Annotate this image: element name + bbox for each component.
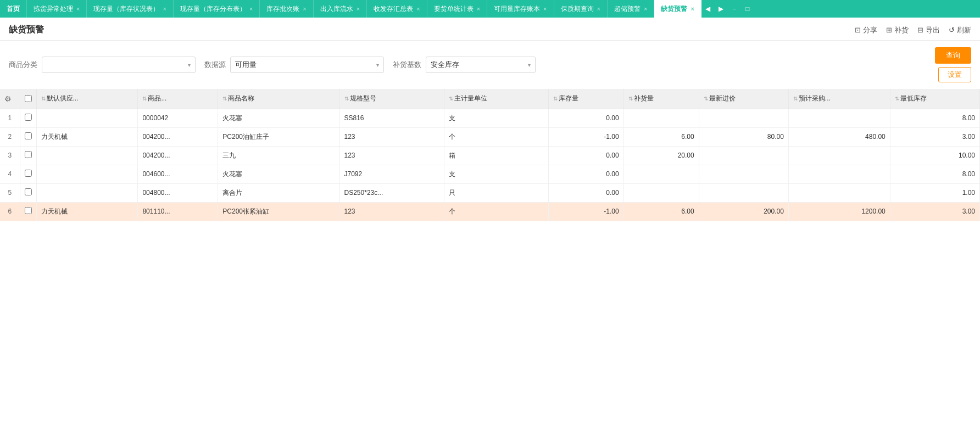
row-checkbox-cell: [20, 109, 36, 127]
category-label: 商品分类: [9, 60, 37, 70]
sort-icon: ⇅: [793, 96, 798, 102]
close-icon[interactable]: ×: [597, 5, 600, 12]
unit-cell: 个: [444, 127, 548, 146]
sort-icon: ⇅: [628, 96, 633, 102]
refresh-button[interactable]: ↺ 刷新: [949, 25, 971, 35]
column-spec: ⇅ 规格型号: [339, 89, 444, 109]
row-checkbox[interactable]: [25, 132, 32, 139]
row-num: 3: [0, 146, 20, 165]
tab-minimize-button[interactable]: －: [728, 0, 741, 18]
close-icon[interactable]: ×: [691, 5, 694, 12]
sort-icon: ⇅: [704, 96, 708, 102]
category-select[interactable]: ▾: [42, 57, 196, 73]
category-arrow-icon: ▾: [188, 62, 191, 68]
replenish-cell: 20.00: [623, 146, 699, 165]
table-row: 3 004200... 三九 123 箱 0.00 20.00 10.00: [0, 146, 980, 165]
share-icon: ⊡: [855, 26, 861, 34]
header-actions: ⊡ 分享 ⊞ 补货 ⊟ 导出 ↺ 刷新: [855, 25, 971, 35]
export-icon: ⊟: [917, 26, 923, 34]
min-stock-cell: 8.00: [890, 165, 979, 183]
tab-stock-status[interactable]: 现存量（库存状况表） ×: [87, 0, 173, 18]
column-est-purchase: ⇅ 预计采购...: [788, 89, 890, 109]
tab-shortage[interactable]: 缺货预警 ×: [654, 0, 701, 18]
tab-inout[interactable]: 出入库流水 ×: [314, 0, 367, 18]
supplier-cell: [36, 165, 138, 183]
replenish-cell: [623, 109, 699, 127]
export-button[interactable]: ⊟ 导出: [917, 25, 940, 35]
page-header: 缺货预警 ⊡ 分享 ⊞ 补货 ⊟ 导出 ↺ 刷新: [0, 18, 980, 41]
tab-batch[interactable]: 库存批次账 ×: [260, 0, 313, 18]
stock-cell: 0.00: [548, 183, 623, 202]
replenish-cell: 6.00: [623, 202, 699, 221]
product-code-cell: 0000042: [138, 109, 218, 127]
column-latest-price: ⇅ 最新进价: [699, 89, 788, 109]
row-num: 5: [0, 183, 20, 202]
query-button[interactable]: 查询: [935, 47, 971, 64]
tab-collect[interactable]: 收发存汇总表 ×: [367, 0, 427, 18]
tab-abnormal[interactable]: 拣货异常处理 ×: [27, 0, 87, 18]
replenish-label: 补货基数: [393, 60, 421, 70]
page-title: 缺货预警: [9, 24, 44, 36]
row-checkbox[interactable]: [25, 170, 32, 177]
stock-cell: -1.00: [548, 202, 623, 221]
close-icon[interactable]: ×: [416, 5, 420, 12]
spec-cell: 123: [339, 202, 444, 221]
product-name-cell: 三九: [218, 146, 339, 165]
latest-price-cell: 200.00: [699, 202, 788, 221]
replenish-button[interactable]: ⊞ 补货: [886, 25, 909, 35]
tab-prev-button[interactable]: ◀: [701, 0, 715, 18]
tab-expiry[interactable]: 保质期查询 ×: [554, 0, 608, 18]
row-checkbox-cell: [20, 183, 36, 202]
row-checkbox[interactable]: [25, 207, 32, 214]
close-icon[interactable]: ×: [76, 5, 80, 12]
spec-cell: DS250*23c...: [339, 183, 444, 202]
close-icon[interactable]: ×: [357, 5, 360, 12]
close-icon[interactable]: ×: [303, 5, 306, 12]
replenish-value: 安全库存: [431, 60, 459, 70]
supplier-cell: 力天机械: [36, 202, 138, 221]
min-stock-cell: 8.00: [890, 109, 979, 127]
settings-gear-icon[interactable]: ⚙: [4, 94, 12, 103]
tab-overstock[interactable]: 超储预警 ×: [608, 0, 654, 18]
datasource-select[interactable]: 可用量 ▾: [230, 57, 384, 73]
close-icon[interactable]: ×: [249, 5, 253, 12]
product-name-cell: PC200油缸庄子: [218, 127, 339, 146]
min-stock-cell: 3.00: [890, 127, 979, 146]
replenish-cell: 6.00: [623, 127, 699, 146]
replenish-select[interactable]: 安全库存 ▾: [426, 57, 536, 73]
row-checkbox[interactable]: [25, 151, 32, 158]
row-checkbox[interactable]: [25, 114, 32, 121]
est-purchase-cell: [788, 109, 890, 127]
row-num: 1: [0, 109, 20, 127]
table-row: 6 力天机械 801110... PC200张紧油缸 123 个 -1.00 6…: [0, 202, 980, 221]
row-checkbox-cell: [20, 202, 36, 221]
tab-stock-dist[interactable]: 现存量（库存分布表） ×: [174, 0, 260, 18]
sort-icon: ⇅: [344, 96, 349, 102]
tab-maximize-button[interactable]: □: [741, 0, 754, 18]
spec-cell: J7092: [339, 165, 444, 183]
sort-icon: ⇅: [895, 96, 899, 102]
latest-price-cell: [699, 165, 788, 183]
tab-available[interactable]: 可用量库存账本 ×: [487, 0, 554, 18]
share-button[interactable]: ⊡ 分享: [855, 25, 877, 35]
select-all-checkbox[interactable]: [25, 95, 32, 102]
refresh-icon: ↺: [949, 26, 955, 34]
stock-cell: 0.00: [548, 165, 623, 183]
tab-next-button[interactable]: ▶: [715, 0, 728, 18]
close-icon[interactable]: ×: [543, 5, 547, 12]
product-name-cell: PC200张紧油缸: [218, 202, 339, 221]
settings-button[interactable]: 设置: [938, 67, 971, 82]
close-icon[interactable]: ×: [644, 5, 647, 12]
product-code-cell: 004800...: [138, 183, 218, 202]
unit-cell: 支: [444, 109, 548, 127]
stock-cell: 0.00: [548, 109, 623, 127]
row-checkbox[interactable]: [25, 188, 32, 195]
row-checkbox-cell: [20, 165, 36, 183]
datasource-label: 数据源: [204, 60, 226, 70]
tab-home[interactable]: 首页: [0, 0, 27, 18]
min-stock-cell: 10.00: [890, 146, 979, 165]
close-icon[interactable]: ×: [477, 5, 480, 12]
tab-order-stat[interactable]: 要货单统计表 ×: [427, 0, 487, 18]
close-icon[interactable]: ×: [163, 5, 166, 12]
column-min-stock: ⇅ 最低库存: [890, 89, 979, 109]
